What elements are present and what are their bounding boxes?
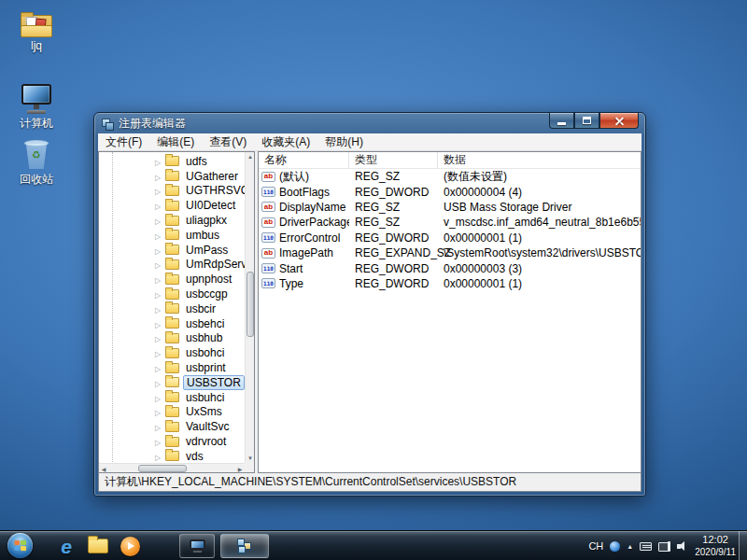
column-header[interactable]: 名称 (259, 152, 349, 168)
network-icon[interactable] (658, 541, 670, 552)
language-indicator[interactable]: CH (588, 540, 603, 552)
folder-icon (165, 451, 179, 461)
taskbar-clock[interactable]: 12:02 2020/9/11 (695, 534, 736, 558)
scroll-up-icon[interactable]: ▲ (246, 152, 255, 161)
tree-item[interactable]: usbcir (99, 301, 245, 316)
expand-arrow-icon[interactable] (155, 258, 165, 271)
registry-value-row[interactable]: ErrorControl REG_DWORD 0x00000001 (1) (259, 231, 641, 245)
titlebar[interactable]: 注册表编辑器 (98, 113, 641, 133)
start-button[interactable] (7, 533, 33, 558)
value-name: ImagePath (279, 246, 333, 259)
expand-arrow-icon[interactable] (155, 405, 165, 418)
column-header[interactable]: 类型 (349, 152, 438, 168)
ime-mode-icon[interactable] (610, 541, 620, 552)
menu-item[interactable]: 收藏夹(A) (254, 133, 317, 151)
clock-time: 12:02 (695, 534, 736, 547)
value-name: DisplayName (279, 201, 345, 214)
expand-arrow-icon[interactable] (155, 450, 165, 463)
tree-item[interactable]: UI0Detect (99, 198, 245, 213)
scrollbar-thumb[interactable] (247, 272, 254, 337)
tree-item[interactable]: usbccgp (99, 287, 245, 301)
value-data: (数值未设置) (438, 169, 641, 185)
tree-item[interactable]: usbuhci (99, 390, 245, 405)
volume-icon[interactable] (677, 541, 688, 552)
scroll-down-icon[interactable]: ▼ (246, 454, 255, 463)
taskbar-media-player-button[interactable] (118, 535, 142, 557)
menu-item[interactable]: 帮助(H) (317, 133, 371, 151)
tree-item-label: usbccgp (183, 287, 231, 301)
desktop-icon-user-files[interactable]: ljq (6, 7, 67, 52)
registry-value-row[interactable]: DriverPackageId REG_SZ v_mscdsc.inf_amd6… (259, 215, 641, 230)
tree-item[interactable]: upnphost (99, 272, 245, 287)
column-header[interactable]: 数据 (438, 152, 641, 168)
registry-value-row[interactable]: DisplayName REG_SZ USB Mass Storage Driv… (259, 200, 641, 215)
expand-arrow-icon[interactable] (155, 273, 165, 286)
expand-arrow-icon[interactable] (155, 244, 165, 257)
menu-item[interactable]: 文件(F) (98, 133, 149, 151)
tree-item[interactable]: UGTHRSVC (99, 184, 245, 199)
taskbar-regedit-button-active[interactable] (220, 534, 269, 558)
tree-item[interactable]: udfs (99, 154, 245, 169)
expand-arrow-icon[interactable] (155, 155, 165, 168)
menu-item[interactable]: 查看(V) (202, 133, 254, 151)
internet-explorer-icon: e (61, 537, 72, 556)
registry-value-row[interactable]: ImagePath REG_EXPAND_SZ \SystemRoot\syst… (259, 245, 641, 260)
value-type-icon (261, 217, 275, 228)
minimize-button[interactable] (549, 113, 574, 129)
tree-item[interactable]: umbus (99, 228, 245, 243)
desktop-icon-computer[interactable]: 计算机 (6, 84, 67, 132)
tree-item[interactable]: usbprint (99, 360, 245, 375)
expand-arrow-icon[interactable] (155, 391, 165, 404)
registry-value-row[interactable]: BootFlags REG_DWORD 0x00000004 (4) (259, 184, 641, 199)
tree-item[interactable]: usbehci (99, 316, 245, 331)
tree-item[interactable]: UxSms (99, 405, 245, 420)
tree-item[interactable]: usbohci (99, 345, 245, 360)
keyboard-icon[interactable] (640, 542, 652, 551)
scroll-right-icon[interactable]: ▶ (235, 464, 245, 473)
folder-icon (88, 539, 108, 553)
folder-icon (165, 171, 179, 181)
expand-arrow-icon[interactable] (155, 435, 165, 448)
expand-arrow-icon[interactable] (155, 229, 165, 242)
hidden-icons-arrow[interactable]: ▲ (627, 543, 633, 550)
tree-item[interactable]: VaultSvc (99, 419, 245, 434)
clock-date: 2020/9/11 (695, 547, 736, 559)
expand-arrow-icon[interactable] (155, 287, 165, 301)
expand-arrow-icon[interactable] (155, 302, 165, 315)
tree-vertical-scrollbar[interactable]: ▲ ▼ (245, 152, 254, 463)
close-button[interactable] (599, 113, 639, 129)
taskbar-ie-button[interactable]: e (54, 535, 78, 557)
expand-arrow-icon[interactable] (155, 361, 165, 374)
expand-arrow-icon[interactable] (155, 376, 165, 389)
taskbar-explorer-button[interactable] (86, 535, 110, 557)
value-data: USB Mass Storage Driver (438, 201, 641, 214)
registry-value-row[interactable]: Type REG_DWORD 0x00000001 (1) (259, 276, 641, 291)
scroll-left-icon[interactable]: ◀ (99, 464, 108, 473)
expand-arrow-icon[interactable] (155, 199, 165, 212)
menu-item[interactable]: 编辑(E) (149, 133, 202, 151)
registry-value-row[interactable]: (默认) REG_SZ (数值未设置) (259, 169, 641, 184)
expand-arrow-icon[interactable] (155, 346, 165, 359)
expand-arrow-icon[interactable] (155, 331, 165, 344)
tree-item[interactable]: UmRdpServi (99, 258, 245, 273)
maximize-button[interactable] (574, 113, 599, 129)
desktop-icon-recycle-bin[interactable]: ♻ 回收站 (6, 140, 67, 188)
taskbar-window-button[interactable] (179, 534, 215, 558)
tree-item[interactable]: usbhub (99, 331, 245, 346)
tree-item[interactable]: vds (99, 449, 245, 463)
expand-arrow-icon[interactable] (155, 214, 165, 227)
expand-arrow-icon[interactable] (155, 317, 165, 330)
scrollbar-thumb[interactable] (138, 465, 187, 472)
tree-item[interactable]: UGatherer (99, 169, 245, 184)
expand-arrow-icon[interactable] (155, 170, 165, 183)
tree-horizontal-scrollbar[interactable]: ◀ ▶ (99, 463, 245, 472)
expand-arrow-icon[interactable] (155, 184, 165, 197)
caption-buttons (549, 113, 639, 129)
tree-item[interactable]: uliagpkx (99, 213, 245, 228)
tree-item[interactable]: vdrvroot (99, 434, 245, 449)
expand-arrow-icon[interactable] (155, 420, 165, 433)
tree-item[interactable]: USBSTOR (99, 375, 245, 390)
show-desktop-button[interactable] (739, 531, 747, 560)
tree-item[interactable]: UmPass (99, 243, 245, 258)
registry-value-row[interactable]: Start REG_DWORD 0x00000003 (3) (259, 260, 641, 275)
